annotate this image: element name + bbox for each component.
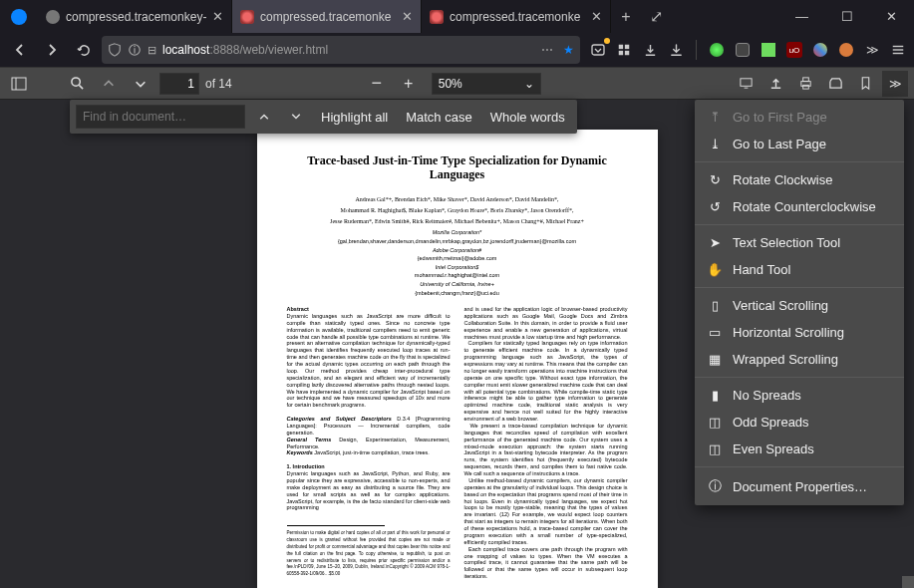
close-icon[interactable]: ✕ [402, 9, 413, 24]
find-input[interactable] [76, 105, 245, 129]
menu-no-spreads[interactable]: ▮No Spreads [695, 382, 904, 409]
downloads-icon[interactable] [666, 40, 686, 60]
reload-button[interactable] [70, 36, 98, 64]
zoom-select[interactable]: 50% ⌄ [432, 73, 541, 95]
new-tab-button[interactable]: + [611, 0, 641, 33]
body-text: Unlike method-based dynamic compilers, o… [464, 477, 628, 545]
key-text: JavaScript, just-in-time compilation, tr… [314, 449, 430, 455]
arrow-down-bar-icon: ⤓ [707, 137, 723, 151]
container-icon[interactable] [614, 40, 634, 60]
paper-authors: Andreas Gal*+, Brendan Eich*, Mike Shave… [287, 196, 628, 203]
overflow-icon[interactable]: ≫ [862, 40, 882, 60]
tab-1[interactable]: compressed.tracemonke ✕ [232, 0, 422, 33]
ext-1-icon[interactable] [707, 40, 727, 60]
expand-tab-button[interactable]: ⤢ [641, 0, 671, 33]
next-page-button[interactable] [128, 71, 153, 97]
address-bar[interactable]: ⊟ localhost:8888/web/viewer.html ⋯ ★ [102, 36, 580, 64]
download-button[interactable] [822, 71, 848, 97]
svg-rect-7 [625, 51, 629, 55]
paper-email: {mbebenit,changm,franz}@uci.edu [287, 290, 628, 297]
find-bar: Highlight all Match case Whole words [70, 100, 577, 134]
presentation-button[interactable] [733, 71, 759, 97]
menu-last-page[interactable]: ⤓Go to Last Page [695, 131, 904, 157]
menu-wrapped-scroll[interactable]: ▦Wrapped Scrolling [695, 346, 904, 373]
pdf-page: Trace-based Just-in-Time Type Specializa… [257, 130, 658, 588]
prev-page-button[interactable] [96, 71, 122, 97]
svg-rect-6 [619, 51, 623, 55]
permission-icon: ⊟ [148, 44, 156, 57]
menu-text-selection[interactable]: ➤Text Selection Tool [695, 229, 904, 256]
menu-even-spreads[interactable]: ◫Even Spreads [695, 436, 904, 462]
menu-rotate-cw[interactable]: ↻Rotate Clockwise [695, 166, 904, 193]
find-prev-button[interactable] [251, 104, 277, 130]
tab-2[interactable]: compressed.tracemonke ✕ [422, 0, 611, 33]
save-icon[interactable] [640, 40, 660, 60]
body-text: We present a trace-based compilation tec… [464, 423, 628, 476]
app-menu-icon[interactable] [888, 40, 908, 60]
close-button[interactable]: ✕ [869, 9, 914, 24]
url-text: localhost:8888/web/viewer.html [162, 43, 328, 57]
paper-authors: Jesse Ruderman*, Edwin Smith#, Rick Reit… [287, 218, 628, 225]
match-case-toggle[interactable]: Match case [400, 106, 477, 129]
arrow-up-bar-icon: ⤒ [707, 110, 723, 125]
menu-horizontal-scroll[interactable]: ▭Horizontal Scrolling [695, 319, 904, 346]
svg-line-14 [79, 85, 83, 89]
nospread-icon: ▮ [707, 388, 723, 403]
menu-vertical-scroll[interactable]: ▯Vertical Scrolling [695, 292, 904, 319]
page-number-input[interactable] [159, 73, 199, 95]
menu-doc-properties[interactable]: ⓘDocument Properties… [695, 471, 904, 501]
pdf-toolbar: of 14 − + 50% ⌄ ≫ [0, 67, 914, 100]
close-icon[interactable]: ✕ [591, 9, 602, 24]
zoom-out-button[interactable]: − [364, 71, 390, 97]
resize-grip[interactable] [902, 576, 914, 588]
ext-6-icon[interactable] [836, 40, 856, 60]
paper-title: Trace-based Just-in-Time Type Specializa… [287, 153, 628, 182]
menu-odd-spreads[interactable]: ◫Odd Spreads [695, 409, 904, 436]
svg-rect-11 [12, 78, 26, 90]
highlight-all-toggle[interactable]: Highlight all [315, 106, 394, 129]
tab-0[interactable]: compressed.tracemonkey-pl ✕ [38, 0, 232, 33]
menu-first-page[interactable]: ⤒Go to First Page [695, 104, 904, 131]
minimize-button[interactable]: — [779, 9, 824, 24]
zoom-in-button[interactable]: + [396, 71, 422, 97]
ext-2-icon[interactable] [733, 40, 753, 60]
info-icon [128, 43, 142, 57]
firefox-menu[interactable] [0, 0, 38, 33]
pocket-icon[interactable] [588, 40, 608, 60]
find-next-button[interactable] [283, 104, 309, 130]
ublock-icon[interactable]: uO [784, 40, 804, 60]
ext-3-icon[interactable] [759, 40, 778, 60]
maximize-button[interactable]: ☐ [824, 9, 869, 24]
body-text: Each compiled trace covers one path thro… [464, 546, 628, 580]
footnote: Permission to make digital or hard copie… [287, 530, 451, 576]
hscroll-icon: ▭ [707, 325, 723, 340]
menu-hand-tool[interactable]: ✋Hand Tool [695, 256, 904, 283]
svg-rect-3 [592, 45, 604, 55]
gen-heading: General Terms [287, 437, 332, 442]
toolbar-extensions: uO ≫ [588, 40, 908, 60]
print-button[interactable] [792, 71, 818, 97]
tab-favicon [430, 10, 444, 24]
menu-rotate-ccw[interactable]: ↺Rotate Counterclockwise [695, 193, 904, 220]
paper-affiliation: Intel Corporation$ [287, 264, 628, 271]
bookmark-button[interactable] [852, 71, 878, 97]
reader-icon[interactable]: ⋯ [541, 43, 553, 57]
ext-5-icon[interactable] [810, 40, 830, 60]
paper-affiliation: Mozilla Corporation* [287, 229, 628, 236]
bookmark-star-icon[interactable]: ★ [563, 43, 574, 57]
close-icon[interactable]: ✕ [212, 9, 223, 24]
back-button[interactable] [6, 36, 34, 64]
info-icon: ⓘ [707, 477, 723, 495]
tab-title: compressed.tracemonke [450, 10, 585, 24]
intro-heading: 1. Introduction [287, 463, 325, 469]
whole-words-toggle[interactable]: Whole words [484, 106, 571, 129]
paper-affiliation: University of California, Irvine+ [287, 281, 628, 288]
svg-point-13 [71, 78, 79, 86]
find-button[interactable] [64, 71, 90, 97]
secondary-toolbar: ⤒Go to First Page ⤓Go to Last Page ↻Rota… [695, 100, 904, 505]
paper-affiliation: Adobe Corporation# [287, 247, 628, 254]
tools-button[interactable]: ≫ [882, 71, 908, 97]
sidebar-toggle-button[interactable] [6, 71, 32, 97]
forward-button[interactable] [38, 36, 66, 64]
open-file-button[interactable] [762, 71, 788, 97]
